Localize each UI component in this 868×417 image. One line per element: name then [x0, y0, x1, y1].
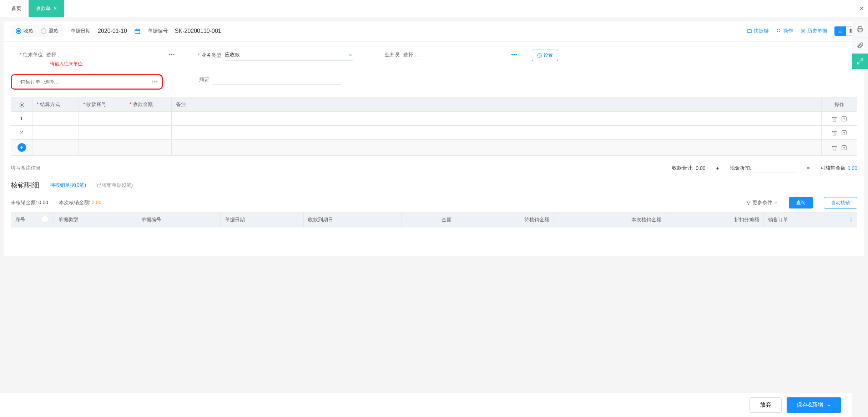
radio-dot-icon — [16, 28, 21, 34]
svg-line-36 — [857, 62, 859, 64]
doc-no-label: 单据编号 — [148, 28, 168, 34]
sort-icon[interactable]: ▲▼ — [849, 217, 853, 222]
summary-input[interactable] — [213, 74, 341, 85]
filter-row: 未核销金额: 0.00 本次核销金额: 0.00 更多条件 查询 自动核销 — [4, 194, 864, 212]
table-add-row: + — [11, 140, 857, 156]
partner-input[interactable]: ••• — [46, 50, 175, 60]
remark-cell[interactable] — [172, 126, 822, 140]
view-list-button[interactable] — [834, 26, 846, 36]
right-sidebar — [852, 21, 868, 70]
sales-order-highlight: 销售订单 ••• — [11, 74, 163, 90]
add-button[interactable]: + — [17, 143, 26, 152]
svg-point-9 — [777, 31, 778, 32]
row-index: 2 — [11, 126, 32, 140]
svg-rect-17 — [850, 29, 851, 31]
svg-point-21 — [539, 55, 540, 56]
attachment-icon[interactable] — [852, 37, 868, 54]
sales-order-field: 销售订单 ••• — [15, 77, 158, 87]
close-icon[interactable]: × — [54, 5, 57, 12]
section-title: 核销明细 — [11, 180, 39, 190]
remark-input[interactable] — [11, 163, 153, 173]
tab-receipt[interactable]: 收款单 × — [29, 0, 64, 17]
salesman-field: 业务员 ••• — [368, 50, 518, 60]
operations-link[interactable]: 操作 — [776, 28, 793, 34]
row-index: 1 — [11, 112, 32, 126]
svg-point-22 — [21, 104, 22, 106]
gear-icon[interactable] — [19, 101, 25, 107]
svg-rect-33 — [858, 27, 862, 29]
settle-cell[interactable] — [32, 126, 79, 140]
select-all-checkbox[interactable] — [42, 216, 48, 222]
discount-label: 现金折扣: — [730, 165, 751, 171]
sales-order-input[interactable]: ••• — [44, 77, 158, 87]
summary-row: 收款合计: 0.00 + 现金折扣: = 可核销金额 0.00 — [4, 156, 864, 180]
unverified-amount: 0.00 — [39, 200, 48, 205]
delete-icon[interactable] — [832, 115, 837, 121]
radio-refund[interactable]: 退款 — [41, 28, 59, 34]
svg-point-10 — [779, 31, 780, 32]
salesman-input[interactable]: ••• — [403, 50, 518, 60]
ellipsis-icon[interactable]: ••• — [152, 79, 158, 85]
delete-icon[interactable] — [832, 129, 837, 135]
close-all-icon[interactable]: × — [859, 4, 864, 12]
svg-rect-19 — [850, 31, 851, 33]
svg-marker-32 — [747, 201, 751, 204]
verifiable-label: 可核销金额 — [821, 165, 846, 171]
biztype-field: *业务类型 应收款 — [189, 50, 353, 61]
radio-receive[interactable]: 收款 — [16, 28, 34, 34]
auto-verify-button[interactable]: 自动核销 — [824, 197, 857, 208]
account-cell[interactable] — [79, 126, 125, 140]
verifiable-value: 0.00 — [848, 165, 857, 171]
svg-rect-4 — [747, 30, 752, 32]
svg-rect-0 — [135, 29, 140, 34]
tab-bar: 首页 收款单 × × — [0, 0, 868, 17]
discount-input[interactable] — [753, 164, 796, 172]
shortcuts-link[interactable]: 快捷键 — [747, 28, 769, 34]
add-row-icon[interactable] — [841, 144, 847, 150]
receipt-type-radio: 收款 退款 — [11, 25, 64, 37]
account-cell[interactable] — [79, 112, 125, 126]
table-row: 2 — [11, 126, 857, 140]
more-conditions[interactable]: 更多条件 — [746, 200, 778, 206]
settings-button[interactable]: 设置 — [532, 50, 558, 61]
summary-field: 摘要 — [177, 74, 341, 85]
partner-field: *往来单位 ••• — [11, 50, 175, 60]
tab-pending[interactable]: 待核销单据(0笔) — [50, 182, 86, 189]
doc-date-label: 单据日期 — [71, 28, 91, 34]
verification-table: 序号 单据类型 单据编号 单据日期 收款到期日 金额 待核销金额 本次核销金额 … — [11, 212, 857, 227]
biztype-select[interactable]: 应收款 — [225, 50, 353, 61]
table-row: 1 — [11, 112, 857, 126]
ellipsis-icon[interactable]: ••• — [511, 52, 518, 57]
delete-icon[interactable] — [832, 144, 837, 150]
svg-point-7 — [777, 29, 778, 30]
history-link[interactable]: 历史单据 — [800, 28, 827, 34]
doc-date-value[interactable]: 2020-01-10 — [98, 28, 127, 34]
ellipsis-icon[interactable]: ••• — [168, 52, 175, 57]
partner-error: 请输入往来单位 — [50, 61, 175, 67]
expand-icon[interactable] — [852, 54, 868, 70]
svg-line-35 — [861, 59, 863, 61]
this-verify-amount: 0.00 — [92, 200, 101, 205]
form-area: *往来单位 ••• 请输入往来单位 *业务类型 应收款 业 — [4, 42, 864, 97]
amount-cell[interactable] — [125, 126, 172, 140]
total-label: 收款合计: — [672, 165, 693, 171]
add-row-icon[interactable] — [841, 129, 847, 135]
tab-home[interactable]: 首页 — [4, 0, 29, 17]
biztype-value: 应收款 — [225, 52, 240, 58]
print-icon[interactable] — [852, 21, 868, 37]
add-row-icon[interactable] — [841, 115, 847, 121]
remark-cell[interactable] — [172, 112, 822, 126]
main-panel: 收款 退款 单据日期 2020-01-10 单据编号 SK-20200110-0… — [4, 21, 864, 256]
tab-verified[interactable]: 已核销单据(0笔) — [97, 182, 133, 189]
svg-point-8 — [779, 29, 780, 30]
radio-label: 退款 — [49, 28, 59, 34]
amount-cell[interactable] — [125, 112, 172, 126]
total-value: 0.00 — [696, 165, 705, 171]
doc-no-value: SK-20200110-001 — [175, 28, 221, 34]
query-button[interactable]: 查询 — [789, 197, 813, 208]
calendar-icon[interactable] — [134, 28, 141, 34]
tab-label: 收款单 — [36, 5, 51, 12]
verification-header: 核销明细 待核销单据(0笔) 已核销单据(0笔) — [4, 180, 864, 194]
settle-cell[interactable] — [32, 112, 79, 126]
header-row: 收款 退款 单据日期 2020-01-10 单据编号 SK-20200110-0… — [4, 21, 864, 42]
